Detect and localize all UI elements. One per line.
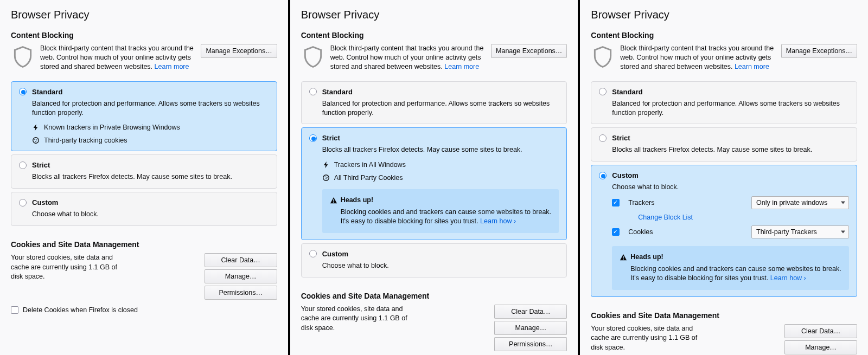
svg-point-0 — [33, 138, 39, 144]
delete-cookies-label: Delete Cookies when Firefox is closed — [23, 306, 138, 314]
radio-strict[interactable] — [19, 162, 27, 169]
page-title: Browser Privacy — [591, 9, 857, 21]
content-blocking-heading: Content Blocking — [301, 31, 567, 40]
manage-exceptions-button[interactable]: Manage Exceptions… — [781, 44, 857, 58]
feature-cookies: All Third Party Cookies — [322, 174, 559, 182]
privacy-panel-custom: Browser Privacy Content Blocking Block t… — [580, 0, 868, 355]
svg-point-6 — [327, 177, 328, 178]
feature-cookies: Third-party tracking cookies — [32, 137, 269, 144]
svg-point-1 — [34, 139, 35, 140]
content-blocking-heading: Content Blocking — [11, 31, 277, 40]
headsup-box: Heads up! Blocking cookies and and track… — [322, 189, 559, 233]
content-blocking-intro: Block third-party content that tracks yo… — [40, 44, 195, 72]
bolt-icon — [32, 124, 40, 131]
radio-custom[interactable] — [599, 172, 607, 179]
permissions-button[interactable]: Permissions… — [205, 286, 277, 300]
content-blocking-intro: Block third-party content that tracks yo… — [330, 44, 486, 72]
delete-cookies-checkbox[interactable] — [11, 306, 18, 314]
trackers-dropdown[interactable]: Only in private windows — [751, 196, 849, 209]
cookies-dropdown[interactable]: Third-party Trackers — [751, 225, 849, 238]
svg-point-7 — [326, 178, 327, 179]
option-custom[interactable]: Custom Choose what to block. — [301, 243, 567, 277]
radio-strict[interactable] — [599, 134, 607, 142]
option-strict[interactable]: Strict Blocks all trackers Firefox detec… — [11, 154, 277, 189]
radio-standard[interactable] — [599, 88, 607, 95]
cookies-body: Your stored cookies, site data and cache… — [301, 305, 420, 333]
manage-button[interactable]: Manage… — [494, 321, 567, 335]
page-title: Browser Privacy — [301, 9, 567, 21]
content-blocking-intro: Block third-party content that tracks yo… — [620, 44, 775, 72]
learn-more-link[interactable]: Learn more — [155, 63, 189, 70]
clear-data-button[interactable]: Clear Data… — [494, 305, 567, 319]
cookies-body: Your stored cookies, site data and cache… — [591, 324, 710, 353]
permissions-button[interactable]: Permissions… — [494, 337, 567, 351]
option-custom[interactable]: Custom Choose what to block. Trackers On… — [591, 165, 857, 296]
svg-point-2 — [36, 140, 37, 141]
manage-button[interactable]: Manage… — [205, 269, 277, 283]
warning-icon — [620, 254, 627, 261]
cookies-heading: Cookies and Site Data Management — [591, 311, 857, 320]
privacy-panel-standard: Browser Privacy Content Blocking Block t… — [0, 0, 288, 355]
radio-custom[interactable] — [19, 199, 27, 206]
svg-point-4 — [323, 175, 329, 181]
svg-rect-9 — [333, 202, 334, 203]
option-custom[interactable]: Custom Choose what to block. — [11, 192, 277, 226]
cookie-icon — [32, 137, 40, 144]
radio-strict[interactable] — [309, 134, 317, 142]
clear-data-button[interactable]: Clear Data… — [205, 253, 277, 267]
cookies-heading: Cookies and Site Data Management — [11, 240, 277, 249]
cookies-checkbox[interactable] — [612, 228, 620, 236]
learn-more-link[interactable]: Learn more — [735, 63, 769, 70]
svg-rect-15 — [623, 259, 624, 260]
shield-icon — [591, 44, 615, 68]
shield-icon — [301, 44, 325, 68]
privacy-panel-strict: Browser Privacy Content Blocking Block t… — [290, 0, 578, 355]
bolt-icon — [322, 161, 330, 169]
cookies-label: Cookies — [628, 228, 653, 236]
manage-button[interactable]: Manage… — [784, 340, 857, 354]
radio-standard[interactable] — [19, 88, 27, 95]
svg-rect-14 — [623, 256, 624, 258]
cookies-heading: Cookies and Site Data Management — [301, 292, 567, 300]
headsup-box: Heads up! Blocking cookies and and track… — [612, 246, 849, 290]
radio-standard[interactable] — [309, 88, 317, 95]
option-standard[interactable]: Standard Balanced for protection and per… — [11, 81, 277, 152]
content-blocking-heading: Content Blocking — [591, 31, 857, 40]
cookie-icon — [322, 174, 330, 182]
svg-rect-8 — [333, 199, 334, 201]
manage-exceptions-button[interactable]: Manage Exceptions… — [201, 44, 277, 58]
learn-how-link[interactable]: Learn how — [770, 274, 806, 282]
svg-point-3 — [35, 141, 36, 142]
cookies-body: Your stored cookies, site data and cache… — [11, 253, 130, 282]
learn-how-link[interactable]: Learn how — [480, 217, 516, 225]
option-standard[interactable]: Standard Balanced for protection and per… — [301, 81, 567, 125]
trackers-label: Trackers — [628, 199, 654, 206]
option-strict[interactable]: Strict Blocks all trackers Firefox detec… — [591, 127, 857, 162]
trackers-checkbox[interactable] — [612, 199, 620, 206]
shield-icon — [11, 44, 35, 68]
page-title: Browser Privacy — [11, 9, 277, 21]
warning-icon — [330, 197, 337, 204]
option-standard[interactable]: Standard Balanced for protection and per… — [591, 81, 857, 125]
clear-data-button[interactable]: Clear Data… — [784, 324, 857, 338]
learn-more-link[interactable]: Learn more — [444, 63, 479, 70]
radio-custom[interactable] — [309, 250, 317, 257]
feature-trackers: Trackers in All Windows — [322, 161, 559, 169]
feature-trackers: Known trackers in Private Browsing Windo… — [32, 124, 269, 131]
svg-point-5 — [324, 177, 326, 178]
change-block-list-link[interactable]: Change Block List — [638, 214, 849, 221]
option-strict[interactable]: Strict Blocks all trackers Firefox detec… — [301, 127, 567, 240]
manage-exceptions-button[interactable]: Manage Exceptions… — [491, 44, 567, 58]
